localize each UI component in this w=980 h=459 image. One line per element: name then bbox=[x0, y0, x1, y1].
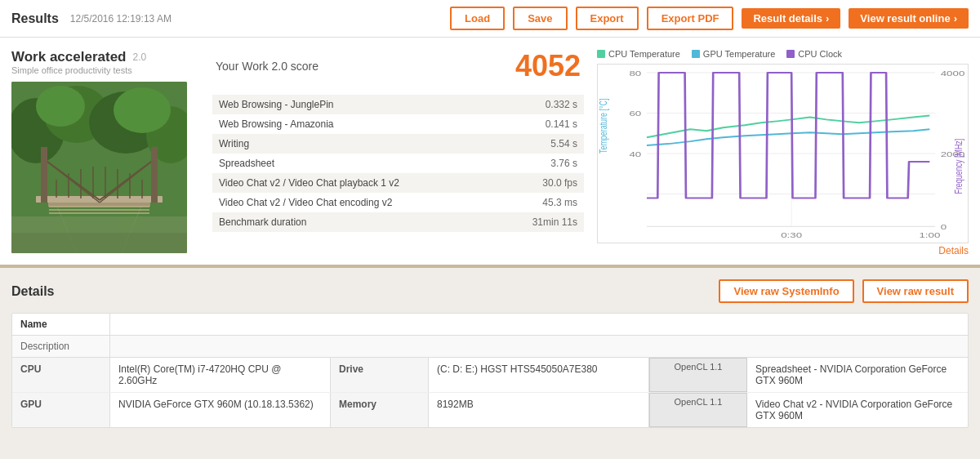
work-title: Work accelerated 2.0 bbox=[11, 49, 199, 65]
details-value-opencl: Spreadsheet - NVIDIA Corporation GeForce… bbox=[747, 358, 968, 392]
legend-label: CPU Temperature bbox=[608, 49, 680, 59]
chart-area: 80 60 40 4000 2000 0 0:30 1:00 Temperatu… bbox=[597, 64, 969, 243]
legend-item: CPU Temperature bbox=[597, 49, 680, 59]
result-details-button[interactable]: Result details › bbox=[742, 8, 840, 29]
svg-text:60: 60 bbox=[629, 109, 641, 118]
score-row: Your Work 2.0 score 4052 bbox=[212, 49, 584, 83]
result-value: 45.3 ms bbox=[498, 193, 584, 212]
details-data-row: GPU NVIDIA GeForce GTX 960M (10.18.13.53… bbox=[12, 393, 968, 427]
svg-text:0: 0 bbox=[941, 222, 947, 231]
desc-column-header bbox=[110, 314, 968, 335]
version-badge: 2.0 bbox=[132, 51, 146, 63]
legend-color bbox=[597, 50, 605, 58]
legend-color bbox=[786, 50, 795, 58]
svg-text:80: 80 bbox=[629, 69, 641, 78]
result-name: Benchmark duration bbox=[212, 212, 498, 232]
chart-svg: 80 60 40 4000 2000 0 0:30 1:00 Temperatu… bbox=[598, 65, 968, 243]
legend-label: GPU Temperature bbox=[703, 49, 775, 59]
view-raw-systeminfo-button[interactable]: View raw SystemInfo bbox=[719, 279, 853, 303]
description-value bbox=[110, 336, 968, 357]
chart-panel: CPU TemperatureGPU TemperatureCPU Clock … bbox=[597, 49, 969, 256]
result-row: Writing5.54 s bbox=[212, 134, 584, 154]
details-table: Name Description CPU Intel(R) Core(TM) i… bbox=[11, 313, 969, 428]
details-value-cpu-gpu: Intel(R) Core(TM) i7-4720HQ CPU @ 2.60GH… bbox=[110, 358, 331, 392]
work-panel: Work accelerated 2.0 Simple office produ… bbox=[11, 49, 199, 256]
svg-text:40: 40 bbox=[629, 149, 641, 158]
details-label-drive-mem: Drive bbox=[331, 358, 429, 392]
result-row: Video Chat v2 / Video Chat playback 1 v2… bbox=[212, 173, 584, 193]
work-subtitle: Simple office productivity tests bbox=[11, 65, 199, 75]
bridge-svg bbox=[11, 82, 187, 253]
result-value: 0.332 s bbox=[498, 95, 584, 114]
benchmark-image bbox=[11, 82, 187, 253]
details-column-headers: Name bbox=[12, 314, 968, 336]
details-label-opencl: OpenCL 1.1 bbox=[649, 393, 747, 427]
view-raw-result-button[interactable]: View raw result bbox=[862, 279, 969, 303]
result-name: Spreadsheet bbox=[212, 154, 498, 173]
results-table: Web Browsing - JunglePin0.332 sWeb Brows… bbox=[212, 95, 584, 232]
result-row: Spreadsheet3.76 s bbox=[212, 154, 584, 173]
export-pdf-button[interactable]: Export PDF bbox=[647, 7, 734, 30]
top-section: Work accelerated 2.0 Simple office produ… bbox=[0, 38, 980, 268]
details-value-opencl: Video Chat v2 - NVIDIA Corporation GeFor… bbox=[747, 393, 968, 427]
details-value-drive-mem: (C: D: E:) HGST HTS545050A7E380 bbox=[429, 358, 649, 392]
result-value: 30.0 fps bbox=[498, 173, 584, 193]
details-data-row: CPU Intel(R) Core(TM) i7-4720HQ CPU @ 2.… bbox=[12, 358, 968, 393]
export-button[interactable]: Export bbox=[576, 7, 639, 30]
details-description-row: Description bbox=[12, 336, 968, 358]
svg-rect-30 bbox=[11, 82, 187, 253]
description-label: Description bbox=[12, 336, 110, 357]
page-title: Results bbox=[11, 11, 59, 26]
details-label-cpu-gpu: GPU bbox=[12, 393, 110, 427]
result-name: Video Chat v2 / Video Chat encoding v2 bbox=[212, 193, 498, 212]
details-title: Details bbox=[11, 284, 54, 299]
score-label: Your Work 2.0 score bbox=[216, 60, 318, 73]
middle-panel: Your Work 2.0 score 4052 Web Browsing - … bbox=[212, 49, 584, 256]
name-column-header: Name bbox=[12, 314, 110, 335]
details-header: Details View raw SystemInfo View raw res… bbox=[11, 279, 969, 303]
details-buttons: View raw SystemInfo View raw result bbox=[719, 279, 969, 303]
svg-text:Temperature [°C]: Temperature [°C] bbox=[598, 99, 608, 154]
result-value: 31min 11s bbox=[498, 212, 584, 232]
result-name: Web Browsing - Amazonia bbox=[212, 114, 498, 134]
result-row: Web Browsing - Amazonia0.141 s bbox=[212, 114, 584, 134]
details-label-drive-mem: Memory bbox=[331, 393, 429, 427]
save-button[interactable]: Save bbox=[513, 7, 567, 30]
svg-text:1:00: 1:00 bbox=[919, 230, 940, 239]
details-label-cpu-gpu: CPU bbox=[12, 358, 110, 392]
details-value-cpu-gpu: NVIDIA GeForce GTX 960M (10.18.13.5362) bbox=[110, 393, 331, 427]
legend-item: GPU Temperature bbox=[692, 49, 775, 59]
legend-label: CPU Clock bbox=[798, 49, 842, 59]
chart-legend: CPU TemperatureGPU TemperatureCPU Clock bbox=[597, 49, 969, 59]
details-label-opencl: OpenCL 1.1 bbox=[649, 358, 747, 392]
svg-text:0:30: 0:30 bbox=[781, 230, 802, 239]
result-name: Web Browsing - JunglePin bbox=[212, 95, 498, 114]
result-row: Web Browsing - JunglePin0.332 s bbox=[212, 95, 584, 114]
chart-details-link[interactable]: Details bbox=[597, 245, 969, 256]
legend-color bbox=[692, 50, 700, 58]
svg-text:4000: 4000 bbox=[941, 69, 965, 78]
result-value: 3.76 s bbox=[498, 154, 584, 173]
result-value: 5.54 s bbox=[498, 134, 584, 154]
view-online-button[interactable]: View result online › bbox=[849, 8, 969, 29]
details-section: Details View raw SystemInfo View raw res… bbox=[0, 268, 980, 439]
details-value-drive-mem: 8192MB bbox=[429, 393, 649, 427]
result-row: Benchmark duration31min 11s bbox=[212, 212, 584, 232]
legend-item: CPU Clock bbox=[786, 49, 842, 59]
svg-text:Frequency [MHz]: Frequency [MHz] bbox=[953, 139, 964, 194]
result-date: 12/5/2016 12:19:13 AM bbox=[70, 13, 442, 25]
result-row: Video Chat v2 / Video Chat encoding v245… bbox=[212, 193, 584, 212]
result-value: 0.141 s bbox=[498, 114, 584, 134]
result-name: Video Chat v2 / Video Chat playback 1 v2 bbox=[212, 173, 498, 193]
load-button[interactable]: Load bbox=[450, 7, 505, 30]
result-name: Writing bbox=[212, 134, 498, 154]
header: Results 12/5/2016 12:19:13 AM Load Save … bbox=[0, 0, 980, 38]
score-value: 4052 bbox=[515, 49, 581, 83]
